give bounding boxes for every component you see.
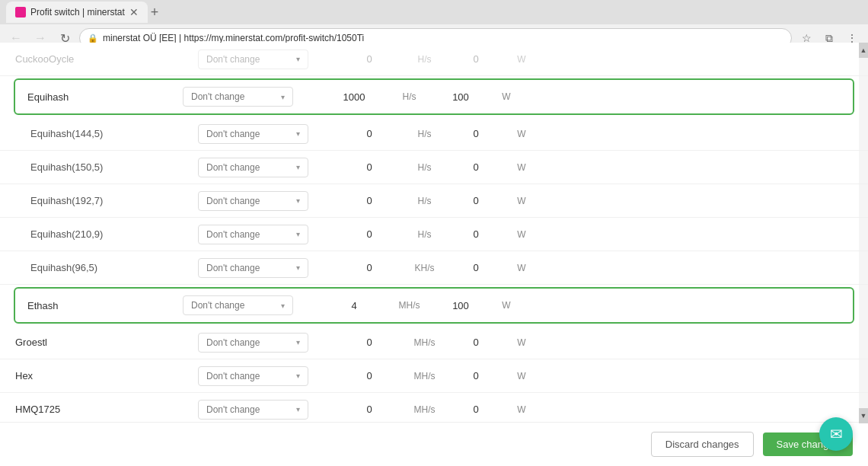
hex-hash-val: 0 [335,370,404,381]
groestl-hash-unit: MH/s [404,337,445,348]
ethash-dropdown-btn[interactable]: Don't change ▾ [183,295,293,315]
equihash-150-dropdown-btn[interactable]: Don't change ▾ [198,158,308,177]
browser-chrome: Profit switch | minerstat ✕ + ← → ↻ 🔒 mi… [0,0,868,43]
hmq1725-dropdown: Don't change ▾ [198,400,335,420]
equihash-150-power-unit: W [506,162,537,173]
equihash-210-hash-unit: H/s [404,229,445,240]
equihash-150-name: Equihash(150,5) [15,161,198,173]
cuckoo-row: CuckooOycle Don't change ▾ 0 H/s 0 W [0,43,868,76]
groestl-name: Groestl [15,337,198,348]
equihash-192-dropdown-btn[interactable]: Don't change ▾ [198,191,308,211]
equihash-144-dropdown-btn[interactable]: Don't change ▾ [198,124,308,144]
active-tab[interactable]: Profit switch | minerstat ✕ [6,2,148,23]
new-tab-button[interactable]: + [151,5,159,21]
discard-changes-button[interactable]: Discard changes [651,432,754,457]
hmq1725-row: HMQ1725 Don't change ▾ 0 MH/s 0 W [0,393,868,422]
hex-name: Hex [15,370,198,381]
equihash-144-hash-unit: H/s [404,129,445,139]
equihash-dropdown-btn[interactable]: Don't change ▾ [183,87,293,107]
tab-close-button[interactable]: ✕ [129,6,139,18]
equihash-96-power-unit: W [506,263,537,273]
groestl-row: Groestl Don't change ▾ 0 MH/s 0 W [0,326,868,359]
equihash-row: Equihash Don't change ▾ 1000 H/s 100 W [14,78,854,115]
equihash-96-dropdown-btn[interactable]: Don't change ▾ [198,258,308,278]
equihash-210-hash-val: 0 [335,228,404,240]
equihash-150-hash-unit: H/s [404,162,445,173]
cuckoo-power-unit: W [506,54,537,65]
equihash-210-power-unit: W [506,229,537,240]
equihash-96-hash-val: 0 [335,262,404,273]
equihash-210-dropdown: Don't change ▾ [198,225,335,244]
ethash-power-unit: W [491,300,522,311]
ethash-hash-val: 4 [320,300,388,311]
tab-title: Profit switch | minerstat [30,7,125,18]
equihash-chevron-icon: ▾ [281,93,285,101]
equihash-96-chevron-icon: ▾ [296,263,300,272]
equihash-192-chevron-icon: ▾ [296,196,300,205]
footer-bar: Discard changes Save changes [0,422,868,466]
equihash-name: Equihash [15,91,183,103]
hex-dropdown-btn[interactable]: Don't change ▾ [198,366,308,386]
hex-power-unit: W [506,371,537,381]
ethash-chevron-icon: ▾ [281,302,285,310]
hmq1725-hash-val: 0 [335,404,404,415]
equihash-144-name: Equihash(144,5) [15,128,198,139]
url-text: minerstat OÜ [EE] | https://my.minerstat… [103,33,364,43]
equihash-power-val: 100 [430,91,491,103]
hmq1725-dropdown-btn[interactable]: Don't change ▾ [198,400,308,420]
ethash-name: Ethash [15,300,183,311]
equihash-dropdown: Don't change ▾ [183,87,320,107]
groestl-power-unit: W [506,337,537,348]
equihash-96-row: Equihash(96,5) Don't change ▾ 0 KH/s 0 W [0,251,868,285]
hmq1725-name: HMQ1725 [15,404,198,415]
ethash-row: Ethash Don't change ▾ 4 MH/s 100 W [14,287,854,324]
equihash-144-power-unit: W [506,129,537,139]
equihash-192-power-unit: W [506,196,537,206]
cuckoo-dropdown: Don't change ▾ [198,49,335,69]
hex-dropdown: Don't change ▾ [198,366,335,386]
groestl-power-val: 0 [445,337,506,348]
cuckoo-chevron-icon: ▾ [296,55,300,63]
ethash-power-val: 100 [430,300,491,311]
chat-button[interactable]: ✉ [819,417,853,451]
equihash-210-name: Equihash(210,9) [15,228,198,240]
hmq1725-power-val: 0 [445,404,506,415]
hmq1725-hash-unit: MH/s [404,404,445,415]
equihash-96-hash-unit: KH/s [404,263,445,273]
equihash-144-chevron-icon: ▾ [296,129,300,138]
groestl-dropdown: Don't change ▾ [198,333,335,353]
equihash-hash-unit: H/s [388,91,430,102]
hex-row: Hex Don't change ▾ 0 MH/s 0 W [0,359,868,393]
equihash-192-hash-unit: H/s [404,196,445,206]
content-area: ▲ ▼ CuckooOycle Don't change ▾ 0 H/s 0 W… [0,43,868,466]
equihash-150-hash-val: 0 [335,161,404,173]
equihash-210-power-val: 0 [445,228,506,240]
equihash-144-dropdown: Don't change ▾ [198,124,335,144]
groestl-dropdown-btn[interactable]: Don't change ▾ [198,333,308,353]
equihash-150-power-val: 0 [445,161,506,173]
lock-icon: 🔒 [88,34,98,43]
equihash-192-dropdown: Don't change ▾ [198,191,335,211]
tab-bar: Profit switch | minerstat ✕ + [0,0,868,24]
equihash-144-power-val: 0 [445,128,506,139]
chat-icon: ✉ [830,425,843,443]
ethash-dropdown: Don't change ▾ [183,295,320,315]
cuckoo-hash-val: 0 [335,53,404,65]
equihash-192-name: Equihash(192,7) [15,195,198,206]
equihash-150-dropdown: Don't change ▾ [198,158,335,177]
groestl-chevron-icon: ▾ [296,338,300,346]
hex-power-val: 0 [445,370,506,381]
groestl-hash-val: 0 [335,337,404,348]
hex-hash-unit: MH/s [404,371,445,381]
equihash-96-dropdown: Don't change ▾ [198,258,335,278]
equihash-power-unit: W [491,91,522,102]
ethash-hash-unit: MH/s [388,300,430,311]
equihash-210-dropdown-btn[interactable]: Don't change ▾ [198,225,308,244]
equihash-96-name: Equihash(96,5) [15,262,198,273]
hmq1725-power-unit: W [506,404,537,415]
cuckoo-name: CuckooOycle [15,53,198,65]
algo-table-container: CuckooOycle Don't change ▾ 0 H/s 0 W Equ… [0,43,868,422]
hmq1725-chevron-icon: ▾ [296,405,300,413]
cuckoo-dropdown-btn[interactable]: Don't change ▾ [198,49,308,69]
equihash-96-power-val: 0 [445,262,506,273]
